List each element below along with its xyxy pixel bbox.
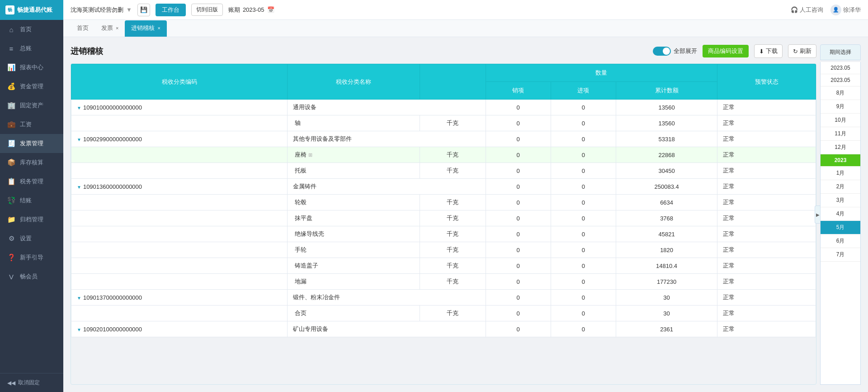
period-item[interactable]: 11月 [821, 127, 860, 141]
sidebar-item-tax[interactable]: 📋 税务管理 [0, 172, 63, 191]
table-row[interactable]: 合页 千克 0 0 30 正常 [71, 306, 816, 321]
period-item[interactable]: 2023.05 [821, 62, 860, 74]
expand-icon[interactable]: ▼ [77, 327, 81, 332]
period-item[interactable]: 3月 [821, 194, 860, 207]
toggle-switch[interactable] [653, 47, 671, 56]
table-row[interactable]: 轮毂 千克 0 0 6634 正常 [71, 195, 816, 210]
period-item[interactable]: 2023.05 [821, 74, 860, 86]
tab-invoice[interactable]: 发票 × [95, 20, 125, 37]
expand-label: 全部展开 [674, 47, 697, 55]
page-header: 进销稽核 全部展开 商品编码设置 ⬇ 下载 ↻ 刷新 [71, 44, 816, 58]
sidebar-label-settlement: 结账 [20, 196, 32, 205]
row-sales: 0 [486, 290, 551, 306]
sidebar-item-finance[interactable]: 💰 资金管理 [0, 77, 63, 96]
expand-icon[interactable]: ▼ [77, 185, 81, 190]
expand-toggle[interactable]: 全部展开 [653, 47, 697, 56]
expand-icon[interactable]: ▼ [77, 137, 81, 142]
tab-invoice-close[interactable]: × [116, 25, 118, 31]
row-unit: 千克 [420, 242, 486, 258]
sidebar-label-settings: 设置 [20, 234, 32, 243]
refresh-button[interactable]: ↻ 刷新 [788, 44, 816, 58]
table-row[interactable]: 轴 千克 0 0 13560 正常 [71, 115, 816, 131]
sidebar-item-archive[interactable]: 📁 归档管理 [0, 210, 63, 229]
service-button[interactable]: 🎧 人工咨询 [791, 6, 823, 14]
table-row[interactable]: ▼109020100000000000 矿山专用设备 0 0 2361 正常 [71, 321, 816, 337]
table-row[interactable]: 座椅 ⊞ 千克 0 0 22868 正常 [71, 147, 816, 163]
sidebar-item-settings[interactable]: ⚙ 设置 [0, 229, 63, 248]
table-row[interactable]: 抹平盘 千克 0 0 3768 正常 [71, 210, 816, 226]
sidebar-item-salary[interactable]: 💼 工资 [0, 115, 63, 134]
table-row[interactable]: ▼109013600000000000 金属铸件 0 0 250083.4 正常 [71, 179, 816, 195]
th-purchase: 进项 [551, 82, 616, 100]
period-item[interactable]: 1月 [821, 167, 860, 180]
data-table-wrapper: 税收分类编码 税收分类名称 数量 预警状态 销项 进项 累计数额 ▼109010… [71, 63, 816, 385]
product-code-button[interactable]: 商品编码设置 [703, 45, 749, 57]
table-row[interactable]: 绝缘导线壳 千克 0 0 45821 正常 [71, 226, 816, 242]
row-name: 合页 [288, 306, 420, 321]
sidebar: 畅 畅捷通易代账 ⌂ 首页 ≡ 总账 📊 报表中心 💰 资金管理 🏢 固定资产 … [0, 0, 63, 392]
row-purchase: 0 [551, 226, 616, 242]
workbench-button[interactable]: 工作台 [156, 4, 186, 16]
row-total: 2361 [616, 321, 717, 337]
sidebar-label-guide: 新手引导 [20, 253, 43, 262]
expand-icon[interactable]: ▼ [77, 296, 81, 301]
table-row[interactable]: ▼109010000000000000 通用设备 0 0 13560 正常 [71, 100, 816, 115]
th-unit [420, 64, 486, 100]
table-row[interactable]: 地漏 千克 0 0 177230 正常 [71, 274, 816, 290]
row-status: 正常 [717, 306, 816, 321]
row-total: 53318 [616, 131, 717, 147]
unpin-label: 取消固定 [18, 379, 40, 387]
period-item[interactable]: 6月 [821, 234, 860, 248]
unpin-button[interactable]: ◀◀ 取消固定 [0, 373, 63, 392]
period-item[interactable]: 7月 [821, 248, 860, 262]
period-item[interactable]: 9月 [821, 100, 860, 114]
period-item[interactable]: 8月 [821, 86, 860, 100]
tab-home[interactable]: 首页 [71, 20, 95, 37]
data-table: 税收分类编码 税收分类名称 数量 预警状态 销项 进项 累计数额 ▼109010… [71, 64, 816, 337]
row-purchase: 0 [551, 306, 616, 321]
sidebar-item-member[interactable]: V 畅会员 [0, 267, 63, 286]
sidebar-item-inventory[interactable]: 📦 库存核算 [0, 153, 63, 172]
table-row[interactable]: 铸造盖子 千克 0 0 14810.4 正常 [71, 258, 816, 274]
row-status: 正常 [717, 210, 816, 226]
assets-icon: 🏢 [7, 101, 15, 110]
sidebar-item-settlement[interactable]: 💱 结账 [0, 191, 63, 210]
period-item[interactable]: 12月 [821, 141, 860, 154]
tab-reconcile-close[interactable]: × [157, 25, 160, 31]
invoice-icon: 🧾 [7, 139, 15, 148]
table-row[interactable]: ▼109029900000000000 其他专用设备及零部件 0 0 53318… [71, 131, 816, 147]
expand-icon[interactable]: ▼ [77, 105, 81, 110]
sidebar-label-finance: 资金管理 [20, 82, 43, 91]
sidebar-item-ledger[interactable]: ≡ 总账 [0, 39, 63, 58]
row-name: 其他专用设备及零部件 [288, 131, 486, 147]
table-row[interactable]: 手轮 千克 0 0 1820 正常 [71, 242, 816, 258]
sidebar-item-home[interactable]: ⌂ 首页 [0, 20, 63, 39]
sidebar-item-guide[interactable]: ❓ 新手引导 [0, 248, 63, 267]
sidebar-item-assets[interactable]: 🏢 固定资产 [0, 96, 63, 115]
home-icon: ⌂ [7, 26, 15, 33]
row-unit: 千克 [420, 163, 486, 179]
period-item[interactable]: 2023 [821, 154, 860, 167]
row-total: 30 [616, 306, 717, 321]
table-row[interactable]: 托板 千克 0 0 30450 正常 [71, 163, 816, 179]
period-item[interactable]: 4月 [821, 207, 860, 221]
main-area: 沈海英测试经营勿删 ▼ 💾 工作台 切到旧版 账期 2023-05 📅 🎧 人工… [63, 0, 868, 392]
sidebar-item-invoice[interactable]: 🧾 发票管理 [0, 134, 63, 153]
period-item[interactable]: 5月 [821, 221, 860, 234]
row-name: 托板 [288, 163, 420, 179]
table-row[interactable]: ▼109013700000000000 锻件、粉末冶金件 0 0 30 正常 [71, 290, 816, 306]
calendar-icon[interactable]: 📅 [267, 6, 274, 13]
switch-version-button[interactable]: 切到旧版 [191, 4, 223, 16]
user-menu[interactable]: 👤 徐泽华 [830, 5, 861, 15]
panel-collapse-button[interactable]: ▶ [815, 206, 820, 224]
period-item[interactable]: 2月 [821, 180, 860, 194]
row-unit: 千克 [420, 306, 486, 321]
th-sales: 销项 [486, 82, 551, 100]
company-selector[interactable]: 沈海英测试经营勿删 ▼ [71, 6, 132, 14]
period-item[interactable]: 10月 [821, 114, 860, 127]
tab-reconcile[interactable]: 进销稽核 × [125, 20, 166, 37]
download-button[interactable]: ⬇ 下载 [754, 44, 783, 58]
sidebar-item-reports[interactable]: 📊 报表中心 [0, 58, 63, 77]
save-button[interactable]: 💾 [137, 4, 150, 16]
row-status: 正常 [717, 226, 816, 242]
